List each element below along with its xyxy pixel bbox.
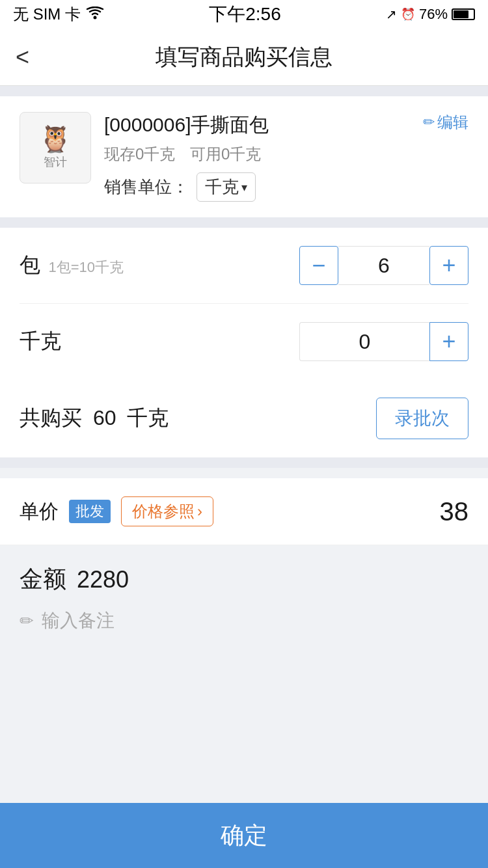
edit-button[interactable]: ✏ 编辑 [423, 112, 468, 133]
total-label: 共购买 60 千克 [20, 404, 169, 433]
status-carrier: 无 SIM 卡 [13, 4, 104, 25]
unit-dropdown-icon: ▾ [241, 180, 247, 195]
amount-label: 金额 [20, 563, 66, 595]
product-logo-icon: 🦉 [39, 126, 72, 152]
product-thumbnail: 🦉 智计 [20, 112, 91, 183]
price-ref-button[interactable]: 价格参照 › [121, 496, 213, 526]
package-sub: 1包=10千克 [48, 259, 124, 275]
price-section: 单价 批发 价格参照 › 38 [0, 478, 488, 545]
package-row: 包 1包=10千克 − 6 + [20, 228, 468, 304]
nav-bar: < 填写商品购买信息 [0, 29, 488, 86]
package-stepper: − 6 + [299, 246, 468, 285]
total-qty: 60 [93, 406, 116, 429]
back-button[interactable]: < [16, 44, 29, 71]
product-card: 🦉 智计 ✏ 编辑 [0000006]手撕面包 现存0千克 可用0千克 销售单位… [0, 96, 488, 217]
package-decrement-button[interactable]: − [299, 246, 338, 285]
price-label: 单价 [20, 498, 59, 525]
svg-point-0 [94, 16, 97, 20]
amount-value: 2280 [77, 566, 129, 593]
status-indicators: ↗ ⏰ 76% [386, 6, 475, 23]
batch-button[interactable]: 录批次 [376, 398, 468, 439]
kg-label: 千克 [20, 327, 61, 356]
status-bar: 无 SIM 卡 下午2:56 ↗ ⏰ 76% [0, 0, 488, 29]
location-icon: ↗ [386, 7, 397, 22]
page-title: 填写商品购买信息 [156, 42, 332, 72]
product-stock: 现存0千克 可用0千克 [104, 144, 468, 165]
wifi-icon [86, 5, 104, 23]
edit-icon: ✏ [423, 114, 435, 131]
unit-select[interactable]: 千克 ▾ [197, 172, 256, 202]
amount-row: 金额 2280 [20, 563, 468, 595]
product-info: ✏ 编辑 [0000006]手撕面包 现存0千克 可用0千克 销售单位： 千克 … [104, 112, 468, 202]
status-time: 下午2:56 [209, 2, 281, 27]
total-section: 共购买 60 千克 录批次 [0, 379, 488, 457]
mid-divider2 [0, 457, 488, 468]
remark-placeholder: 输入备注 [42, 608, 115, 633]
package-label: 包 [20, 253, 40, 277]
top-divider [0, 86, 488, 96]
battery-percentage: 76% [419, 6, 448, 23]
confirm-button[interactable]: 确定 [0, 803, 488, 868]
product-name: [0000006]手撕面包 [104, 112, 468, 137]
price-type-badge: 批发 [69, 500, 111, 523]
unit-label: 销售单位： [104, 176, 189, 198]
product-unit-row: 销售单位： 千克 ▾ [104, 172, 468, 202]
price-ref-chevron: › [197, 502, 202, 521]
package-label-group: 包 1包=10千克 [20, 251, 124, 280]
alarm-icon: ⏰ [401, 7, 415, 21]
remark-edit-icon: ✏ [20, 611, 34, 631]
form-section: 包 1包=10千克 − 6 + 千克 0 + [0, 228, 488, 379]
package-input[interactable]: 6 [338, 246, 429, 285]
kg-increment-button[interactable]: + [429, 322, 468, 361]
package-increment-button[interactable]: + [429, 246, 468, 285]
remark-row[interactable]: ✏ 输入备注 [20, 608, 468, 633]
amount-section: 金额 2280 ✏ 输入备注 [0, 545, 488, 646]
kg-row: 千克 0 + [20, 304, 468, 379]
price-value: 38 [440, 497, 469, 526]
carrier-text: 无 SIM 卡 [13, 4, 81, 25]
kg-input[interactable]: 0 [299, 322, 429, 361]
battery-icon [452, 8, 475, 20]
mid-divider1 [0, 217, 488, 228]
product-logo-label: 智计 [44, 154, 67, 170]
kg-stepper: 0 + [299, 322, 468, 361]
